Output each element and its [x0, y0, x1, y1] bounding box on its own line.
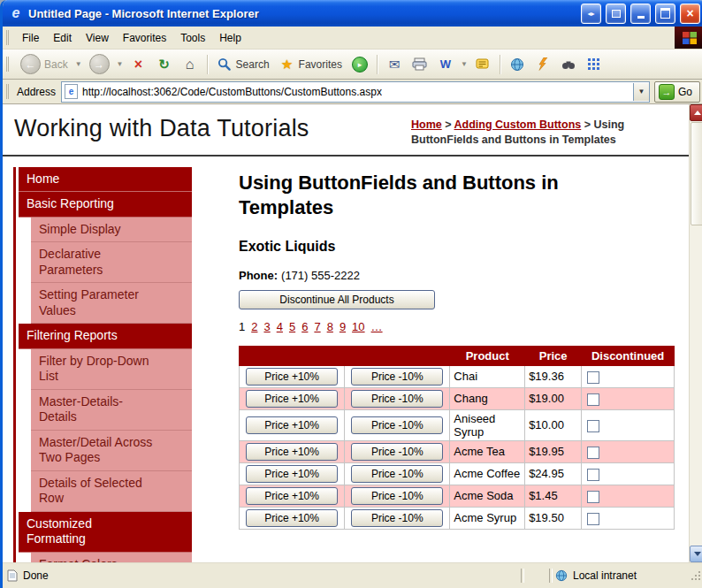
pager-page-10[interactable]: 10 [352, 320, 364, 333]
forward-button[interactable]: → [85, 51, 114, 77]
discontinued-checkbox-aniseed-syrup[interactable] [587, 420, 599, 432]
home-button[interactable]: ⌂ [178, 54, 202, 75]
menu-item-view[interactable]: View [79, 28, 116, 48]
pager-ellipsis[interactable]: … [371, 320, 383, 333]
pager-page-2[interactable]: 2 [251, 320, 257, 333]
menu-grip[interactable] [6, 30, 11, 45]
edit-dropdown-button[interactable]: ▼ [459, 60, 469, 68]
titlebar-nav-arrows-button[interactable]: ◂▸ [581, 4, 601, 24]
word-icon: W [438, 57, 454, 73]
sidebar-item-basic-reporting[interactable]: Basic Reporting [19, 192, 192, 218]
pager-page-4[interactable]: 4 [277, 320, 283, 333]
sidebar-item-simple-display[interactable]: Simple Display [31, 218, 192, 243]
sidebar-item-filtering-reports[interactable]: Filtering Reports [19, 324, 192, 349]
sidebar-item-home[interactable]: Home [19, 167, 192, 193]
scroll-up-button[interactable] [690, 104, 702, 121]
edit-with-word-button[interactable]: W [433, 54, 458, 75]
discuss-button[interactable] [470, 54, 495, 75]
menu-item-edit[interactable]: Edit [46, 28, 79, 48]
discontinued-checkbox-acme-soda[interactable] [587, 491, 599, 503]
quick-launch-button[interactable] [582, 54, 607, 75]
pager-page-5[interactable]: 5 [289, 320, 295, 333]
breadcrumb-link-home[interactable]: Home [411, 118, 442, 131]
sidebar-item-format-colors[interactable]: Format Colors [31, 553, 192, 562]
address-grip[interactable] [6, 84, 11, 99]
menu-item-tools[interactable]: Tools [173, 28, 212, 48]
sidebar-item-setting-parameter-values[interactable]: Setting Parameter Values [31, 283, 192, 324]
menu-item-file[interactable]: File [15, 28, 46, 48]
mail-button[interactable]: ✉ [382, 54, 407, 75]
address-dropdown-button[interactable]: ▼ [633, 83, 649, 101]
dots-grid-icon [586, 57, 602, 73]
cell-discontinued-chang [582, 387, 675, 409]
search-button[interactable]: Search [212, 54, 274, 75]
back-dropdown-button[interactable]: ▼ [73, 60, 84, 68]
vertical-scrollbar[interactable] [689, 104, 702, 562]
pager-page-7[interactable]: 7 [314, 320, 320, 333]
address-input[interactable]: e http://localhost:3062/Code/CustomButto… [61, 81, 650, 103]
maximize-button[interactable] [655, 4, 675, 24]
toolbar-grip[interactable] [6, 57, 11, 72]
status-text: Done [23, 569, 49, 582]
price-up-button-acme-tea[interactable]: Price +10% [246, 443, 338, 461]
price-up-button-aniseed-syrup[interactable]: Price +10% [246, 416, 338, 434]
pager-page-9[interactable]: 9 [340, 320, 346, 333]
resize-grip[interactable] [691, 570, 702, 582]
price-down-button-chang[interactable]: Price -10% [351, 390, 443, 408]
favorites-button[interactable]: ★ Favorites [275, 54, 347, 75]
scrollbar-track[interactable] [690, 121, 702, 546]
menu-bar: FileEditViewFavoritesToolsHelp [3, 27, 702, 50]
address-label: Address [17, 86, 56, 98]
menu-item-favorites[interactable]: Favorites [116, 28, 173, 48]
sidebar-item-details-of-selected-row[interactable]: Details of Selected Row [31, 471, 192, 512]
scrollbar-thumb[interactable] [691, 122, 702, 225]
stop-button[interactable]: × [126, 54, 151, 75]
sidebar-item-filter-by-drop-down-list[interactable]: Filter by Drop-Down List [31, 349, 192, 390]
web-globe-button[interactable] [505, 54, 530, 75]
price-down-button-acme-tea[interactable]: Price -10% [351, 443, 443, 461]
status-message-panel: Done [7, 568, 518, 584]
discontinue-all-button[interactable]: Discontinue All Products [239, 290, 435, 309]
refresh-icon: ↻ [156, 57, 172, 73]
messenger-button[interactable] [530, 54, 555, 75]
back-button[interactable]: ← Back [16, 51, 72, 77]
price-down-button-chai[interactable]: Price -10% [351, 368, 443, 386]
price-up-button-acme-soda[interactable]: Price +10% [246, 487, 338, 505]
discontinued-checkbox-acme-coffee[interactable] [587, 469, 599, 481]
price-down-button-acme-soda[interactable]: Price -10% [351, 487, 443, 505]
discontinued-checkbox-chai[interactable] [587, 371, 599, 384]
sidebar-item-customized-formatting[interactable]: Customized Formatting [19, 512, 192, 553]
sidebar-item-declarative-parameters[interactable]: Declarative Parameters [31, 242, 192, 283]
research-button[interactable] [556, 54, 581, 75]
scroll-down-button[interactable] [690, 546, 702, 562]
discontinued-checkbox-acme-syrup[interactable] [587, 513, 599, 525]
cell-product-chai: Chai [450, 365, 525, 387]
pager-page-6[interactable]: 6 [301, 320, 308, 333]
sidebar-item-master-detail-across-two-pages[interactable]: Master/Detail Across Two Pages [31, 431, 192, 471]
pager-page-8[interactable]: 8 [327, 320, 333, 333]
price-up-button-chai[interactable]: Price +10% [246, 368, 338, 386]
pager-page-3[interactable]: 3 [263, 320, 270, 333]
price-down-button-acme-coffee[interactable]: Price -10% [351, 465, 443, 483]
price-up-button-acme-coffee[interactable]: Price +10% [246, 465, 338, 483]
media-button[interactable]: ▸ [347, 54, 372, 75]
refresh-button[interactable]: ↻ [152, 54, 177, 75]
discontinued-checkbox-acme-tea[interactable] [587, 447, 599, 459]
go-button[interactable]: → Go [654, 81, 700, 103]
phone-value: (171) 555-2222 [281, 269, 360, 282]
discontinued-checkbox-chang[interactable] [587, 393, 599, 406]
breadcrumb-link-adding-custom-buttons[interactable]: Adding Custom Buttons [454, 118, 582, 131]
cell-increase-chang: Price +10% [240, 387, 345, 409]
price-up-button-acme-syrup[interactable]: Price +10% [246, 509, 338, 527]
forward-dropdown-button[interactable]: ▼ [115, 60, 126, 68]
sidebar-item-master-details-details[interactable]: Master-Details- Details [31, 390, 192, 431]
main-article: Using ButtonFields and Buttons in Templa… [192, 167, 689, 562]
titlebar-window-button[interactable] [606, 4, 626, 24]
minimize-button[interactable] [630, 4, 651, 24]
price-down-button-acme-syrup[interactable]: Price -10% [351, 509, 443, 527]
price-up-button-chang[interactable]: Price +10% [246, 390, 338, 408]
price-down-button-aniseed-syrup[interactable]: Price -10% [351, 416, 443, 434]
menu-item-help[interactable]: Help [212, 28, 248, 48]
print-button[interactable] [408, 54, 432, 75]
close-button[interactable]: × [680, 4, 700, 24]
